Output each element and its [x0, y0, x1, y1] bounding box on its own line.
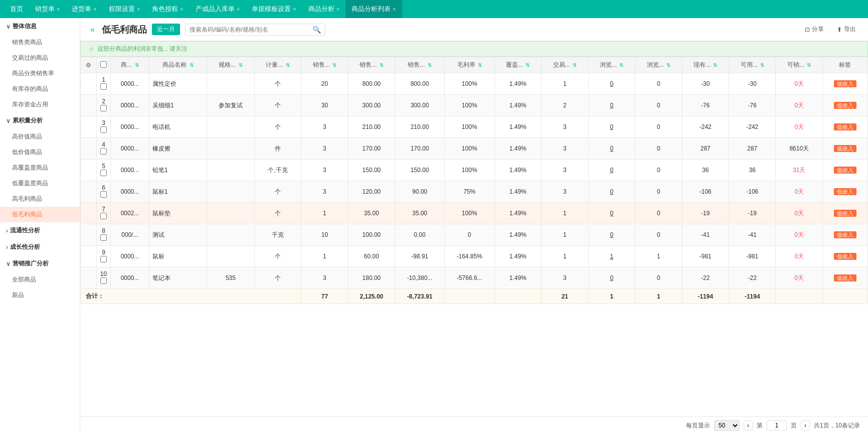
row-browse1[interactable]: 0 — [588, 203, 635, 224]
nav-template-settings[interactable]: 单据模板设置 × — [246, 0, 302, 18]
col-checkbox[interactable] — [97, 57, 111, 73]
export-button[interactable]: ⬆ 导出 — [833, 23, 860, 36]
row-name: 橡皮擦 — [149, 138, 207, 160]
sidebar-item-traded-products[interactable]: 交易过的商品 — [0, 50, 80, 66]
col-unit[interactable]: 计量... ⇅ — [254, 57, 301, 73]
browse1-link[interactable]: 0 — [610, 102, 613, 109]
sidebar-group-overall[interactable]: ∨ 整体信息 — [0, 18, 80, 35]
sidebar-group-cumulative[interactable]: ∨ 累积量分析 — [0, 112, 80, 129]
row-checkbox[interactable] — [100, 256, 107, 262]
date-filter-button[interactable]: 近一月 — [152, 24, 180, 35]
close-product-analysis-list-icon[interactable]: × — [393, 6, 396, 12]
nav-sales-order[interactable]: 销货单 × — [29, 0, 66, 18]
sidebar-item-high-value[interactable]: 高价值商品 — [0, 129, 80, 144]
close-product-analysis-icon[interactable]: × — [336, 6, 339, 12]
row-browse1[interactable]: 1 — [588, 246, 635, 267]
row-checkbox[interactable] — [100, 105, 107, 111]
col-current-stock[interactable]: 现有... ⇅ — [682, 57, 729, 73]
browse1-link[interactable]: 0 — [610, 274, 613, 281]
sidebar-item-low-margin[interactable]: 低毛利商品 — [0, 207, 80, 222]
row-browse1[interactable]: 0 — [588, 73, 635, 95]
table-row: 4 0000... 橡皮擦 件 3 170.00 170.00 100% 1.4… — [81, 138, 868, 160]
row-checkbox[interactable] — [100, 126, 107, 133]
select-all-checkbox[interactable] — [100, 61, 107, 68]
col-available[interactable]: 可用... ⇅ — [729, 57, 776, 73]
search-input[interactable] — [190, 26, 312, 33]
row-browse1[interactable]: 0 — [588, 224, 635, 246]
sidebar-item-high-margin[interactable]: 高毛利商品 — [0, 191, 80, 207]
row-checkbox[interactable] — [100, 191, 107, 198]
col-name[interactable]: 商品名称 ⇅ — [149, 57, 207, 73]
browse1-link[interactable]: 0 — [610, 231, 613, 238]
browse1-link[interactable]: 0 — [610, 145, 613, 152]
sidebar-group-growth[interactable]: › 成长性分析 — [0, 239, 80, 255]
col-sales-profit[interactable]: 销售... ⇅ — [395, 57, 445, 73]
close-purchase-order-icon[interactable]: × — [93, 6, 96, 12]
row-browse1[interactable]: 0 — [588, 138, 635, 160]
row-checkbox[interactable] — [100, 277, 107, 284]
browse1-link[interactable]: 0 — [610, 123, 613, 130]
col-browse2[interactable]: 浏览... ⇅ — [635, 57, 682, 73]
nav-purchase-order[interactable]: 进货单 × — [66, 0, 102, 18]
per-page-select[interactable]: 50 100 200 — [714, 420, 740, 431]
nav-permissions[interactable]: 权限设置 × — [103, 0, 146, 18]
sidebar-item-low-value[interactable]: 低价值商品 — [0, 144, 80, 160]
sidebar-item-new-products[interactable]: 新品 — [0, 287, 80, 303]
browse1-link[interactable]: 0 — [610, 210, 613, 217]
page-number-input[interactable] — [767, 420, 787, 430]
col-sales-price[interactable]: 销售... ⇅ — [348, 57, 395, 73]
row-browse1[interactable]: 0 — [588, 160, 635, 181]
sidebar-item-low-coverage[interactable]: 低覆盖度商品 — [0, 176, 80, 191]
col-tag[interactable]: 标签 — [822, 57, 867, 73]
collapse-sidebar-button[interactable]: « — [88, 25, 97, 34]
close-template-settings-icon[interactable]: × — [293, 6, 296, 12]
col-spec[interactable]: 规格... ⇅ — [207, 57, 255, 73]
col-gross-rate[interactable]: 毛利率 ⇅ — [444, 57, 494, 73]
sidebar-group-circulation[interactable]: › 流通性分析 — [0, 222, 80, 239]
browse1-link[interactable]: 0 — [610, 167, 613, 174]
row-browse1[interactable]: 0 — [588, 116, 635, 138]
sidebar-item-in-stock[interactable]: 有库存的商品 — [0, 81, 80, 97]
row-browse1[interactable]: 0 — [588, 181, 635, 203]
col-transaction[interactable]: 交易... ⇅ — [542, 57, 588, 73]
row-checkbox[interactable] — [100, 148, 107, 155]
row-checkbox[interactable] — [100, 213, 107, 219]
prev-page-button[interactable]: ‹ — [744, 420, 753, 430]
close-permissions-icon[interactable]: × — [137, 6, 140, 12]
row-browse1[interactable]: 0 — [588, 95, 635, 116]
sort-coverage-icon: ⇅ — [526, 62, 530, 68]
row-browse1[interactable]: 0 — [588, 267, 635, 289]
nav-role-auth[interactable]: 角色授权 × — [146, 0, 189, 18]
sidebar-item-high-coverage[interactable]: 高覆盖度商品 — [0, 160, 80, 176]
col-code[interactable]: 商... ⇅ — [111, 57, 149, 73]
sidebar-item-category-sales-rate[interactable]: 商品分类销售率 — [0, 66, 80, 81]
close-sales-order-icon[interactable]: × — [57, 6, 60, 12]
table-wrapper[interactable]: ⚙ 商... ⇅ 商品名称 ⇅ 规格... ⇅ 计量... ⇅ 销售... ⇅ … — [80, 57, 868, 416]
nav-product-analysis-list[interactable]: 商品分析列表 × — [345, 0, 402, 18]
nav-product-analysis[interactable]: 商品分析 × — [302, 0, 345, 18]
nav-finished-goods[interactable]: 产成品入库单 × — [190, 0, 246, 18]
sidebar-item-sales-products[interactable]: 销售类商品 — [0, 35, 80, 50]
next-page-button[interactable]: › — [801, 420, 810, 430]
row-unit: 个 — [254, 246, 301, 267]
sidebar-item-all-products[interactable]: 全部商品 — [0, 272, 80, 287]
row-checkbox[interactable] — [100, 83, 107, 90]
col-saleable[interactable]: 可销... ⇅ — [776, 57, 822, 73]
close-role-auth-icon[interactable]: × — [180, 6, 183, 12]
col-coverage[interactable]: 覆盖... ⇅ — [494, 57, 541, 73]
sidebar-item-capital-usage[interactable]: 库存资金占用 — [0, 97, 80, 112]
browse1-link[interactable]: 0 — [610, 188, 613, 195]
share-button[interactable]: ⊡ 分享 — [801, 23, 828, 36]
nav-home[interactable]: 首页 — [4, 0, 29, 18]
col-browse1[interactable]: 浏览... ⇅ — [588, 57, 635, 73]
sidebar-group-marketing[interactable]: ∨ 营销推广分析 — [0, 255, 80, 272]
row-checkbox[interactable] — [100, 234, 107, 241]
close-finished-goods-icon[interactable]: × — [237, 6, 240, 12]
col-sales-qty[interactable]: 销售... ⇅ — [301, 57, 348, 73]
search-icon[interactable]: 🔍 — [312, 26, 321, 34]
browse1-link[interactable]: 1 — [610, 253, 613, 260]
total-label: 合计： — [81, 289, 301, 304]
row-checkbox[interactable] — [100, 170, 107, 176]
browse1-link[interactable]: 0 — [610, 80, 613, 87]
col-settings[interactable]: ⚙ — [81, 57, 97, 73]
